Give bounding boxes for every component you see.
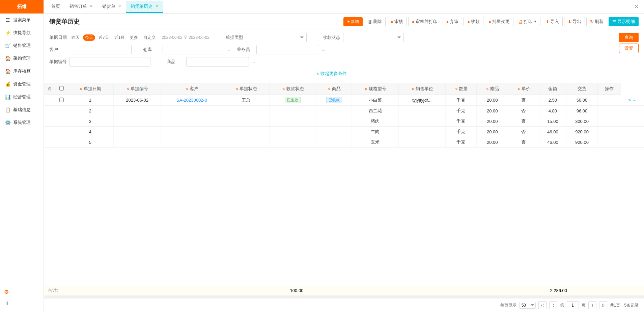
collapse-button[interactable]: ∧ 收起更多条件 — [316, 71, 347, 77]
td-goods: 玉米 — [352, 137, 399, 148]
tab-sales-order[interactable]: 销售订单 ✕ — [65, 1, 97, 13]
date-tag-today[interactable]: 今天 — [83, 34, 95, 41]
total-label: 合计: — [48, 287, 58, 293]
date-tags: 昨天 今天 近7天 近1月 更多 自定义 — [69, 34, 158, 41]
th-unit[interactable]: ⇅ 销售单位 — [399, 83, 446, 95]
td-doc-no[interactable]: SA-20230602-0 — [161, 95, 223, 106]
tab-home[interactable]: 首页 — [47, 1, 65, 13]
th-customer[interactable]: ⇅ 客户 — [161, 83, 223, 95]
td-checkbox[interactable] — [56, 95, 67, 106]
td-doc-no[interactable] — [161, 106, 223, 116]
th-qty[interactable]: ⇅ 数量 — [445, 83, 477, 95]
th-settings[interactable]: ⚙ — [44, 83, 56, 95]
th-doc-no[interactable]: ⇅ 单据编号 — [114, 83, 161, 95]
th-gift[interactable]: ⇅ 赠品 — [477, 83, 508, 95]
query-button[interactable]: 查询 — [619, 33, 639, 42]
filter-settings-button[interactable]: 设置 — [619, 44, 639, 53]
td-doc-no[interactable] — [161, 137, 223, 148]
select-all-checkbox[interactable] — [59, 86, 64, 90]
page-number-input[interactable] — [567, 301, 579, 309]
doc-no-input[interactable] — [69, 57, 150, 67]
sidebar-bottom-toggle[interactable]: ⏸ — [0, 298, 44, 309]
abandon-button[interactable]: ● 弃审 — [443, 17, 463, 26]
goods-input[interactable] — [186, 57, 249, 67]
next-page-button[interactable]: ⟩ — [588, 301, 596, 309]
row-checkbox[interactable] — [59, 98, 64, 102]
td-checkbox[interactable] — [56, 116, 67, 127]
page-size-select[interactable]: 50 10 20 100 — [519, 302, 536, 309]
more-action-link[interactable]: ⋯ — [633, 98, 637, 103]
settings-icon: ⚙ — [4, 289, 9, 295]
import-button[interactable]: ⬆ 导入 — [542, 17, 563, 26]
td-checkbox[interactable] — [56, 127, 67, 137]
audit-button[interactable]: ● 审核 — [387, 17, 407, 26]
sidebar-bottom-settings[interactable]: ⚙ — [0, 286, 44, 298]
sidebar-item-operation-mgmt[interactable]: 📊 经营管理 — [0, 90, 44, 103]
customer-input[interactable] — [69, 45, 132, 54]
sidebar-item-sales-mgmt[interactable]: 🛒 销售管理 — [0, 39, 44, 52]
new-button[interactable]: + 新增 — [343, 17, 362, 26]
batch-change-button[interactable]: ● 批量变更 — [485, 17, 513, 26]
th-transaction: 交货 — [566, 83, 598, 95]
sidebar-item-basic-info[interactable]: 📋 基础信息 — [0, 103, 44, 116]
doc-type-label: 单据类型 — [226, 34, 243, 41]
export-button[interactable]: ⬇ 导出 — [564, 17, 585, 26]
date-tag-7days[interactable]: 近7天 — [96, 34, 111, 41]
th-collect-status[interactable]: ⇅ 收款状态 — [270, 83, 316, 95]
audit-print-button[interactable]: ● 审核并打印 — [408, 17, 441, 26]
th-unit-price[interactable]: ⇅ 单价 — [508, 83, 539, 95]
sidebar-item-purchase-mgmt[interactable]: 🏠 采购管理 — [0, 52, 44, 65]
last-page-button[interactable]: ⟩⟩ — [599, 301, 607, 309]
collect-status-select[interactable] — [343, 33, 404, 42]
collect-button[interactable]: ● 收款 — [464, 17, 483, 26]
prev-page-button[interactable]: ⟨ — [549, 301, 557, 309]
td-unit-price: 15.00 — [539, 116, 566, 127]
sidebar-item-system-mgmt[interactable]: ⚙️ 系统管理 — [0, 116, 44, 129]
td-doc-no[interactable] — [161, 116, 223, 127]
sidebar-item-quick-nav[interactable]: ⚡ 快捷导航 — [0, 26, 44, 39]
delete-button[interactable]: 🗑 删除 — [364, 17, 386, 26]
show-details-button[interactable]: ☰ 显示明细 — [609, 17, 639, 26]
tab-sales-goods[interactable]: 销货单 ✕ — [97, 1, 126, 13]
salesperson-ellipsis-button[interactable]: ... — [322, 47, 325, 52]
total-amount: 2,286.00 — [550, 288, 567, 293]
tab-close-sales-goods-history[interactable]: ✕ — [155, 4, 158, 8]
tab-close-sales-order[interactable]: ✕ — [90, 4, 93, 8]
goods-ellipsis-button[interactable]: ... — [252, 59, 255, 64]
date-tag-1month[interactable]: 近1月 — [112, 34, 127, 41]
th-goods[interactable]: ⇅ 商品 — [316, 83, 352, 95]
print-icon: 🖨 — [519, 19, 523, 24]
toggle-icon: ⏸ — [4, 301, 9, 307]
th-amount[interactable]: 金额 — [539, 83, 566, 95]
sidebar-item-search-menu[interactable]: ☰ 搜索菜单 — [0, 14, 44, 26]
doc-type-select[interactable] — [246, 33, 307, 42]
tab-sales-goods-history[interactable]: 销货单历史 ✕ — [126, 1, 163, 13]
warehouse-ellipsis-button[interactable]: ... — [228, 47, 231, 52]
date-tag-yesterday[interactable]: 昨天 — [69, 34, 82, 41]
sidebar-item-inventory-calc[interactable]: 🏠 库存核算 — [0, 65, 44, 78]
th-date[interactable]: ⇅ 单据日期 — [67, 83, 114, 95]
td-checkbox[interactable] — [56, 137, 67, 148]
customer-ellipsis-button[interactable]: ... — [134, 47, 138, 52]
print-button[interactable]: 🖨 打印 ▼ — [515, 17, 540, 26]
date-tag-more[interactable]: 更多 — [128, 34, 140, 41]
th-doc-status[interactable]: ⇅ 单据状态 — [223, 83, 270, 95]
search-menu-icon: ☰ — [5, 17, 10, 23]
warehouse-input[interactable] — [163, 45, 225, 54]
edit-action-link[interactable]: ✎ — [628, 98, 632, 103]
sidebar-item-finance-mgmt[interactable]: 💰 资金管理 — [0, 78, 44, 90]
date-tag-custom[interactable]: 自定义 — [141, 34, 158, 41]
tab-close-sales-goods[interactable]: ✕ — [118, 4, 121, 8]
refresh-button[interactable]: ↻ 刷新 — [586, 17, 607, 26]
abandon-icon: ● — [446, 19, 449, 24]
td-doc-no[interactable] — [161, 127, 223, 137]
filter-warehouse: 仓库 ... — [143, 45, 231, 54]
horizontal-scrollbar[interactable] — [44, 295, 644, 298]
close-all-tabs-button[interactable]: ✕ — [632, 2, 641, 11]
th-spec[interactable]: ⇅ 规格型号 — [352, 83, 399, 95]
td-checkbox[interactable] — [56, 106, 67, 116]
first-page-button[interactable]: ⟨⟨ — [538, 301, 547, 309]
table-settings-icon[interactable]: ⚙ — [48, 86, 52, 92]
salesperson-input[interactable] — [256, 45, 319, 54]
th-checkbox[interactable] — [56, 83, 67, 95]
